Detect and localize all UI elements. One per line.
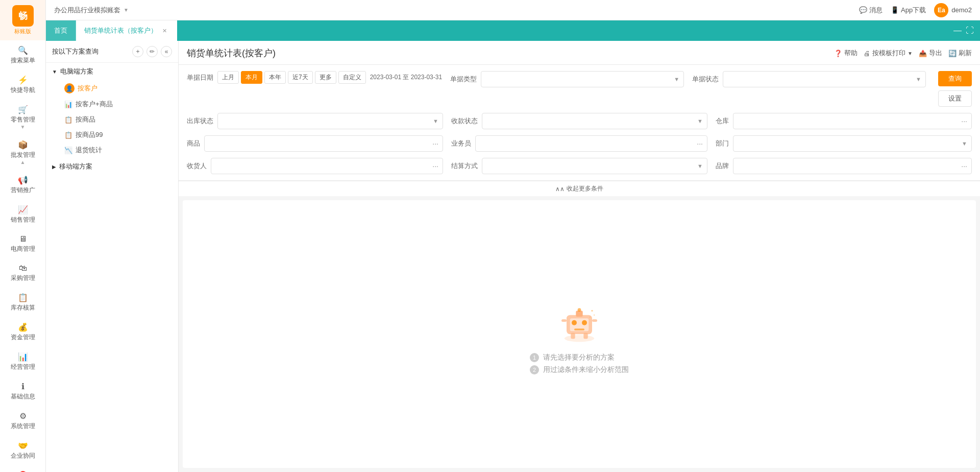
tab-close-icon[interactable]: ✕ xyxy=(160,27,168,35)
sidebar-item-shortcut[interactable]: ⚡ 快捷导航 xyxy=(0,70,45,100)
more-options-icon[interactable]: ··· xyxy=(697,139,703,148)
right-panel: 销货单统计表(按客户) ❓ 帮助 🖨 按模板打印 ▼ 📤 xyxy=(179,41,980,472)
sidebar-item-wholesale[interactable]: 📦 批发管理 ▲ xyxy=(0,135,45,170)
brand-control[interactable]: ··· xyxy=(733,158,972,174)
sidebar-item-inventory[interactable]: 📋 库存核算 xyxy=(0,288,45,317)
export-label: 导出 xyxy=(929,49,942,58)
tab-maximize-icon[interactable]: ⛶ xyxy=(966,26,974,35)
collapse-panel-button[interactable]: « xyxy=(161,46,172,57)
print-button[interactable]: 🖨 按模板打印 ▼ xyxy=(864,49,913,58)
retail-icon: 🛒 xyxy=(18,105,28,114)
tab-home[interactable]: 首页 xyxy=(46,20,76,41)
last-month-btn[interactable]: 上月 xyxy=(217,71,239,84)
sales-stat-label: 销货单统计表（按客户） xyxy=(84,26,157,35)
order-type-control[interactable]: ▼ xyxy=(481,71,684,87)
order-status-filter: 单据状态 ▼ xyxy=(692,71,926,87)
svg-point-13 xyxy=(594,314,595,316)
tree-item-by-goods99[interactable]: 📋 按商品99 xyxy=(46,127,178,143)
sidebar-item-marketing[interactable]: 📢 营销推广 xyxy=(0,170,45,200)
export-button[interactable]: 📤 导出 xyxy=(919,49,942,58)
industry-selector[interactable]: 办公用品行业模拟账套 ▼ xyxy=(54,6,129,15)
sidebar-item-label: 资金管理 xyxy=(11,333,35,342)
ecommerce-icon: 🖥 xyxy=(19,234,27,244)
payment-status-label: 收款状态 xyxy=(451,116,478,126)
more-btn[interactable]: 更多 xyxy=(315,71,336,84)
app-download-label: App下载 xyxy=(901,6,926,15)
more-options-icon[interactable]: ··· xyxy=(432,162,438,170)
sidebar-item-finance[interactable]: 💰 资金管理 xyxy=(0,317,45,347)
salesperson-control[interactable]: ··· xyxy=(475,135,707,152)
topbar-left: 办公用品行业模拟账套 ▼ xyxy=(54,6,129,15)
tree-item-label: 退货统计 xyxy=(76,146,102,155)
sidebar-item-label: 营销推广 xyxy=(11,186,35,195)
refresh-icon: 🔄 xyxy=(948,50,957,57)
sidebar-item-newguide[interactable]: 🎯 新手引导 xyxy=(0,465,45,472)
last7days-btn[interactable]: 近7天 xyxy=(288,71,313,84)
out-status-control[interactable]: ▼ xyxy=(217,113,443,129)
this-month-btn[interactable]: 本月 xyxy=(241,71,262,84)
tree-item-by-customer[interactable]: 👤 按客户 xyxy=(46,80,178,97)
add-scheme-button[interactable]: + xyxy=(132,46,143,57)
help-button[interactable]: ❓ 帮助 xyxy=(834,49,857,58)
date-range: 2023-03-01 至 2023-03-31 xyxy=(370,73,442,82)
message-button[interactable]: 💬 消息 xyxy=(859,6,883,15)
warehouse-control[interactable]: ··· xyxy=(733,113,972,129)
order-status-control[interactable]: ▼ xyxy=(723,71,926,87)
sidebar-item-search[interactable]: 🔍 搜索菜单 xyxy=(0,40,45,70)
tree-group-pc[interactable]: ▼ 电脑端方案 xyxy=(46,63,178,80)
sidebar-item-purchase[interactable]: 🛍 采购管理 xyxy=(0,258,45,288)
refresh-label: 刷新 xyxy=(959,49,972,58)
goods-control[interactable]: ··· xyxy=(204,135,443,152)
help-label: 帮助 xyxy=(844,49,857,58)
payment-status-filter: 收款状态 ▼ xyxy=(451,113,707,129)
recipient-control[interactable]: ··· xyxy=(211,158,443,174)
left-panel-header: 按以下方案查询 + ✏ « xyxy=(46,41,178,63)
sidebar-item-ecommerce[interactable]: 🖥 电商管理 xyxy=(0,229,45,258)
custom-btn[interactable]: 自定义 xyxy=(338,71,366,84)
sidebar-item-operation[interactable]: 📊 经营管理 xyxy=(0,347,45,376)
sidebar-item-system[interactable]: ⚙ 系统管理 xyxy=(0,406,45,436)
chevron-down-icon: ▼ xyxy=(674,76,679,82)
sidebar-item-cooperation[interactable]: 🤝 企业协同 xyxy=(0,436,45,465)
app-download-button[interactable]: 📱 App下载 xyxy=(891,6,926,15)
tree-item-by-customer-goods[interactable]: 📊 按客户+商品 xyxy=(46,97,178,112)
sidebar-item-label: 采购管理 xyxy=(11,274,35,282)
page-header-top: 销货单统计表(按客户) ❓ 帮助 🖨 按模板打印 ▼ 📤 xyxy=(187,47,972,59)
date-buttons: 上月 本月 本年 近7天 更多 自定义 2023-03-01 至 2023-03… xyxy=(217,71,442,84)
tab-sales-stat[interactable]: 销货单统计表（按客户） ✕ xyxy=(76,20,177,41)
collapse-label: 收起更多条件 xyxy=(567,184,603,193)
dept-control[interactable]: ▼ xyxy=(733,135,972,152)
settlement-control[interactable]: ▼ xyxy=(482,158,707,174)
more-options-icon[interactable]: ··· xyxy=(961,117,967,125)
sidebar-logo: 畅 标账版 xyxy=(0,0,45,40)
wholesale-icon: 📦 xyxy=(18,140,28,150)
settlement-label: 结算方式 xyxy=(451,161,478,171)
list-icon: 📋 xyxy=(64,131,72,139)
out-status-filter: 出库状态 ▼ xyxy=(187,113,443,129)
topbar-right: 💬 消息 📱 App下载 Ea demo2 xyxy=(859,3,972,17)
download-icon: 📱 xyxy=(891,6,899,14)
sidebar-item-sales[interactable]: 📈 销售管理 xyxy=(0,200,45,229)
svg-point-0 xyxy=(565,335,594,342)
tree-item-refund-stat[interactable]: 📉 退货统计 xyxy=(46,143,178,158)
this-year-btn[interactable]: 本年 xyxy=(264,71,286,84)
query-button[interactable]: 查询 xyxy=(938,71,972,86)
out-status-label: 出库状态 xyxy=(187,116,213,126)
more-options-icon[interactable]: ··· xyxy=(432,139,438,148)
tree-item-by-goods[interactable]: 📋 按商品 xyxy=(46,112,178,127)
payment-status-control[interactable]: ▼ xyxy=(482,113,707,129)
tab-actions: — ⛶ xyxy=(953,26,980,35)
tree-group-mobile[interactable]: ▶ 移动端方案 xyxy=(46,158,178,175)
user-menu[interactable]: Ea demo2 xyxy=(934,3,972,17)
sidebar-item-retail[interactable]: 🛒 零售管理 ▼ xyxy=(0,100,45,135)
sidebar-item-basic[interactable]: ℹ 基础信息 xyxy=(0,376,45,406)
message-label: 消息 xyxy=(869,6,883,15)
svg-rect-9 xyxy=(592,319,597,322)
edit-scheme-button[interactable]: ✏ xyxy=(146,46,158,57)
setting-button[interactable]: 设置 xyxy=(938,90,972,107)
tab-minimize-icon[interactable]: — xyxy=(953,26,962,35)
collapse-bar[interactable]: ∧∧ 收起更多条件 xyxy=(179,181,980,196)
sidebar-item-label: 企业协同 xyxy=(11,452,35,460)
refresh-button[interactable]: 🔄 刷新 xyxy=(948,49,972,58)
more-options-icon[interactable]: ··· xyxy=(961,162,967,170)
